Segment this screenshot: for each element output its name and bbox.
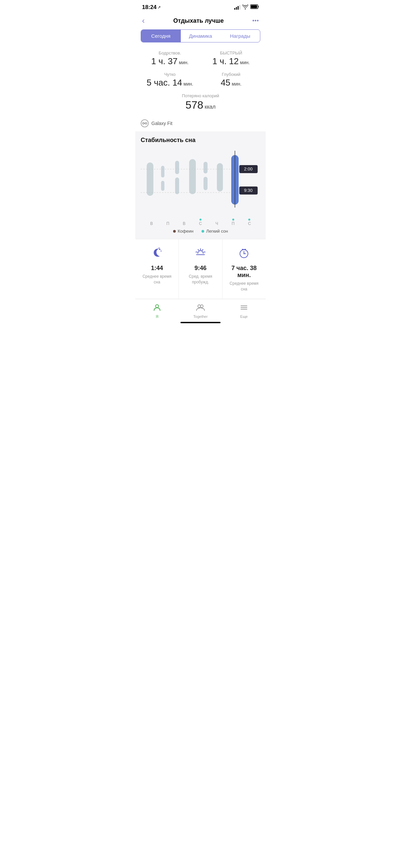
day-label-1: П [163,221,173,226]
day-label-5: П [228,221,238,226]
sleep-chart: 2:00 9:30 [141,149,260,216]
stat-card-sleep-value: 1:44 [140,265,175,272]
svg-point-41 [198,305,201,308]
svg-point-42 [201,305,203,308]
dot-v [147,219,156,221]
bottom-tab-bar: Я Together Еще [135,299,266,320]
tabs-container: Сегодня Динамика Награды [141,29,260,42]
menu-icon [240,303,248,313]
svg-point-26 [158,248,159,249]
nav-bar: ‹ Отдыхать лучше ••• [135,13,266,29]
svg-point-24 [159,249,160,250]
me-icon [153,303,161,313]
signal-bars [234,5,240,10]
device-row: Galaxy Fit [135,117,266,131]
svg-rect-15 [217,163,223,191]
caffeine-dot [173,230,176,232]
svg-rect-7 [147,162,153,196]
svg-rect-12 [189,159,196,194]
stat-deep: Глубокий 45 мин. [202,72,260,88]
signal-bar-1 [234,8,235,10]
stat-card-wake-label: Сред. время пробужд. [183,274,218,285]
light-sleep-label: Легкий сон [206,228,228,234]
tab-bar-more[interactable]: Еще [234,303,254,318]
svg-point-2 [143,123,144,124]
tab-bar-together-label: Together [193,314,208,318]
tab-today[interactable]: Сегодня [141,30,181,42]
stat-rapid-value: 1 ч. 12 мин. [202,56,260,66]
stat-card-avg-value: 7 час. 38 мин. [226,265,261,279]
status-time: 18:24 [142,4,156,11]
legend-caffeine: Кофеин [173,228,193,234]
tab-dynamics[interactable]: Динамика [181,30,220,42]
stat-light-label: Чутко [141,72,199,77]
stats-grid: Бодрствов. 1 ч. 37 мин. БЫСТРЫЙ 1 ч. 12 … [135,48,266,91]
day-label-3: С [196,221,205,226]
svg-line-31 [198,250,199,251]
dots-row [141,219,260,221]
svg-point-39 [244,253,245,254]
stat-card-avg-label: Среднее время сна [226,281,261,292]
dot-s2 [245,219,254,221]
more-button[interactable]: ••• [252,18,259,24]
stat-light: Чутко 5 час. 14 мин. [141,72,199,88]
dot-p1 [163,219,173,221]
stat-deep-label: Глубокий [202,72,260,77]
svg-point-25 [160,251,161,252]
stat-awake-value: 1 ч. 37 мин. [141,56,199,66]
tab-bar-together[interactable]: Together [190,303,211,318]
day-label-2: В [180,221,189,226]
svg-rect-8 [161,166,164,178]
day-label-0: В [147,221,156,226]
stat-card-avg-sleep: 7 час. 38 мин. Среднее время сна [222,239,266,299]
svg-text:9:30: 9:30 [244,188,252,193]
days-row: В П В С Ч П С [141,221,260,226]
signal-bar-3 [238,6,239,10]
svg-rect-13 [204,162,208,174]
moon-icon [140,246,175,262]
device-icon [141,119,149,127]
svg-text:2:00: 2:00 [244,166,252,172]
battery-icon [250,4,259,10]
svg-line-30 [202,250,203,251]
svg-rect-1 [251,5,257,8]
caffeine-label: Кофеин [178,228,193,234]
stat-rapid: БЫСТРЫЙ 1 ч. 12 мин. [202,51,260,66]
stat-awake: Бодрствов. 1 ч. 37 мин. [141,51,199,66]
tab-bar-me[interactable]: Я [147,303,167,318]
svg-rect-14 [204,177,208,190]
calories-value: 578 ккал [141,99,260,111]
dot-ch [212,219,221,221]
status-icons [234,4,259,10]
tab-bar-me-label: Я [156,314,158,318]
page-title: Отдыхать лучше [174,18,224,24]
home-indicator [181,322,220,323]
wifi-icon [242,5,248,10]
stat-awake-label: Бодрствов. [141,51,199,56]
sleep-stability-title: Стабильность сна [141,137,260,144]
stat-card-sleep-label: Среднее время сна [140,274,175,285]
stat-deep-value: 45 мин. [202,78,260,88]
stats-cards: 1:44 Среднее время сна 9:46 Сред. время … [135,239,266,299]
stat-card-wake-value: 9:46 [183,265,218,272]
stat-rapid-label: БЫСТРЫЙ [202,51,260,56]
light-sleep-dot [202,230,204,232]
calories-label: Потеряно калорий [141,93,260,98]
dot-s1 [196,219,205,221]
device-name: Galaxy Fit [151,121,173,126]
legend: Кофеин Легкий сон [141,228,260,234]
day-label-4: Ч [212,221,221,226]
signal-bar-4 [239,5,240,10]
svg-point-40 [156,305,159,308]
svg-point-3 [145,123,147,124]
svg-rect-11 [175,178,179,194]
stopwatch-icon [226,246,261,262]
tab-bar-more-label: Еще [240,314,248,318]
svg-rect-10 [175,161,179,174]
stat-card-sleep-time: 1:44 Среднее время сна [135,239,179,299]
back-button[interactable]: ‹ [142,16,145,25]
tab-rewards[interactable]: Награды [220,30,260,42]
sunrise-icon [183,246,218,262]
status-bar: 18:24 ↗ [135,0,266,13]
chart-svg: 2:00 9:30 [141,149,260,216]
